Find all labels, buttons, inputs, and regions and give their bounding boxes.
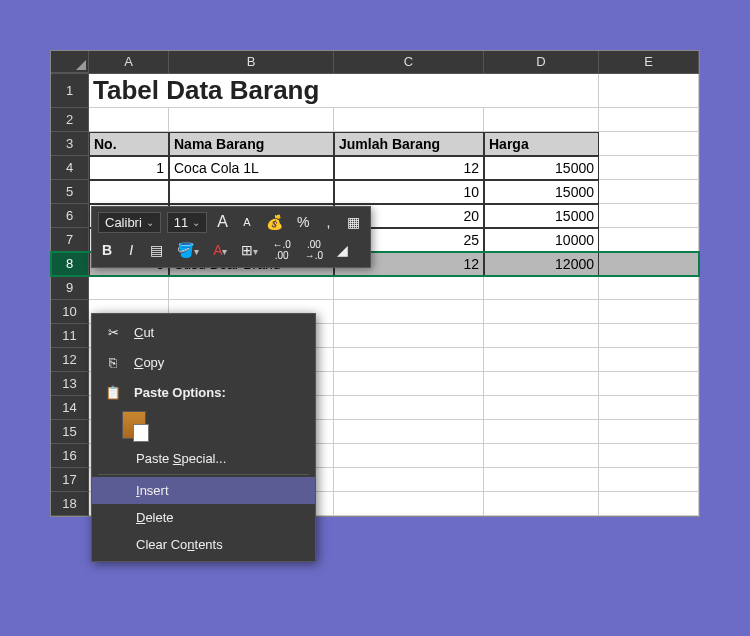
cell[interactable] — [169, 108, 334, 132]
cell[interactable] — [484, 108, 599, 132]
row-header-9[interactable]: 9 — [51, 276, 89, 300]
chevron-down-icon: ⌄ — [192, 217, 200, 228]
context-menu: ✂ Cut ⎘ Copy 📋 Paste Options: Paste Spec… — [91, 313, 316, 562]
row-header-16[interactable]: 16 — [51, 444, 89, 468]
cell-harga[interactable]: 15000 — [484, 156, 599, 180]
cell[interactable] — [334, 108, 484, 132]
cell[interactable] — [599, 180, 699, 204]
col-header-e[interactable]: E — [599, 51, 699, 73]
cell-nama[interactable] — [169, 180, 334, 204]
cell[interactable] — [599, 132, 699, 156]
header-jumlah[interactable]: Jumlah Barang — [334, 132, 484, 156]
row-header-6[interactable]: 6 — [51, 204, 89, 228]
cell[interactable] — [89, 108, 169, 132]
row-header-13[interactable]: 13 — [51, 372, 89, 396]
percent-format-icon[interactable]: % — [293, 212, 313, 232]
comma-format-icon[interactable]: , — [319, 212, 337, 232]
cell-harga[interactable]: 15000 — [484, 180, 599, 204]
row-header-8[interactable]: 8 — [51, 252, 89, 276]
cut-icon: ✂ — [104, 323, 122, 341]
increase-font-icon[interactable]: A — [213, 211, 232, 233]
row-header-2[interactable]: 2 — [51, 108, 89, 132]
row-9: 9 — [51, 276, 699, 300]
row-header-18[interactable]: 18 — [51, 492, 89, 516]
cell-no[interactable]: 1 — [89, 156, 169, 180]
cell[interactable] — [599, 228, 699, 252]
row-5: 5 10 15000 — [51, 180, 699, 204]
cell-jumlah[interactable]: 10 — [334, 180, 484, 204]
row-header-12[interactable]: 12 — [51, 348, 89, 372]
row-header-7[interactable]: 7 — [51, 228, 89, 252]
menu-cut[interactable]: ✂ Cut — [92, 317, 315, 347]
row-header-3[interactable]: 3 — [51, 132, 89, 156]
copy-icon: ⎘ — [104, 353, 122, 371]
paste-option-button[interactable] — [122, 411, 146, 439]
row-header-10[interactable]: 10 — [51, 300, 89, 324]
col-header-a[interactable]: A — [89, 51, 169, 73]
col-header-d[interactable]: D — [484, 51, 599, 73]
menu-copy[interactable]: ⎘ Copy — [92, 347, 315, 377]
col-header-b[interactable]: B — [169, 51, 334, 73]
cell-nama[interactable]: Coca Cola 1L — [169, 156, 334, 180]
menu-separator — [98, 474, 309, 475]
row-header-17[interactable]: 17 — [51, 468, 89, 492]
format-painter-icon[interactable]: ▦ — [343, 212, 364, 232]
fill-color-button[interactable]: 🪣▾ — [173, 240, 203, 260]
row-header-14[interactable]: 14 — [51, 396, 89, 420]
cell-harga[interactable]: 12000 — [484, 252, 599, 276]
menu-insert[interactable]: Insert — [92, 477, 315, 504]
row-3: 3 No. Nama Barang Jumlah Barang Harga — [51, 132, 699, 156]
row-header-4[interactable]: 4 — [51, 156, 89, 180]
menu-paste-special[interactable]: Paste Special... — [92, 445, 315, 472]
cell[interactable] — [599, 204, 699, 228]
row-header-1[interactable]: 1 — [51, 74, 89, 108]
cell[interactable] — [599, 156, 699, 180]
decrease-font-icon[interactable]: A — [238, 214, 256, 230]
font-selector[interactable]: Calibri⌄ — [98, 212, 161, 233]
header-harga[interactable]: Harga — [484, 132, 599, 156]
clear-format-icon[interactable]: ◢ — [333, 240, 352, 260]
italic-button[interactable]: I — [122, 240, 140, 260]
row-1: 1 Tabel Data Barang — [51, 74, 699, 108]
col-header-c[interactable]: C — [334, 51, 484, 73]
bold-button[interactable]: B — [98, 240, 116, 260]
decrease-decimal-icon[interactable]: .00→.0 — [301, 237, 327, 263]
title-cell[interactable]: Tabel Data Barang — [89, 74, 599, 108]
increase-decimal-icon[interactable]: ←.0.00 — [268, 237, 294, 263]
cell-jumlah[interactable]: 12 — [334, 156, 484, 180]
cell[interactable] — [599, 252, 699, 276]
borders-button[interactable]: ⊞▾ — [237, 240, 262, 260]
header-nama[interactable]: Nama Barang — [169, 132, 334, 156]
cell[interactable] — [599, 74, 699, 108]
accounting-format-icon[interactable]: 💰 — [262, 212, 287, 232]
cell-harga[interactable]: 10000 — [484, 228, 599, 252]
header-no[interactable]: No. — [89, 132, 169, 156]
cell-harga[interactable]: 15000 — [484, 204, 599, 228]
menu-paste-options: 📋 Paste Options: — [92, 377, 315, 407]
menu-clear-contents[interactable]: Clear Contents — [92, 531, 315, 558]
row-header-15[interactable]: 15 — [51, 420, 89, 444]
mini-toolbar: Calibri⌄ 11⌄ A A 💰 % , ▦ B I ▤ 🪣▾ A▾ ⊞▾ … — [91, 206, 371, 268]
font-size-selector[interactable]: 11⌄ — [167, 212, 207, 233]
row-4: 4 1 Coca Cola 1L 12 15000 — [51, 156, 699, 180]
select-all-corner[interactable] — [51, 51, 89, 73]
cell-no[interactable] — [89, 180, 169, 204]
font-color-button[interactable]: A▾ — [209, 240, 231, 260]
menu-delete[interactable]: Delete — [92, 504, 315, 531]
column-headers: A B C D E — [51, 51, 699, 74]
chevron-down-icon: ⌄ — [146, 217, 154, 228]
cell[interactable] — [599, 108, 699, 132]
row-header-5[interactable]: 5 — [51, 180, 89, 204]
row-2: 2 — [51, 108, 699, 132]
paste-icon: 📋 — [104, 383, 122, 401]
row-header-11[interactable]: 11 — [51, 324, 89, 348]
border-button[interactable]: ▤ — [146, 240, 167, 260]
